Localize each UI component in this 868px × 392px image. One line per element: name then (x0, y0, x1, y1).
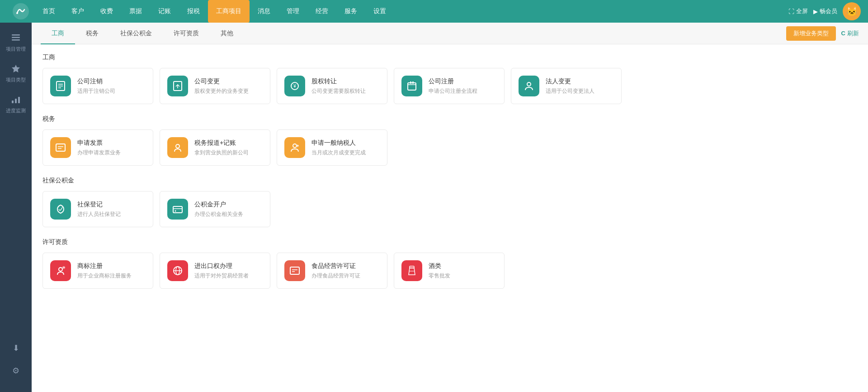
card-申请发票[interactable]: 申请发票 办理申请发票业务 (42, 129, 153, 166)
nav-item-记账[interactable]: 记账 (150, 0, 179, 23)
nav-item-首页[interactable]: 首页 (34, 0, 63, 23)
nav-item-消息[interactable]: 消息 (250, 0, 278, 23)
card-icon-申请发票 (50, 137, 71, 158)
tab-社保公积金[interactable]: 社保公积金 (109, 23, 163, 44)
card-进出口权办理[interactable]: 进出口权办理 适用于对外贸易经营者 (160, 253, 270, 289)
card-title: 法人变更 (546, 77, 594, 86)
svg-point-26 (293, 144, 297, 148)
sidebar-download-button[interactable]: ⬇ (0, 339, 32, 358)
card-公积金开户[interactable]: 公积金开户 办理公积金相关业务 (160, 191, 270, 227)
card-desc: 当月或次月成变更完成 (311, 149, 366, 157)
svg-rect-17 (408, 83, 416, 90)
nav-right-actions: ⛶ 全屏 ▶ 畅会员 🐱 (788, 2, 861, 20)
card-title: 社保登记 (77, 201, 121, 209)
svg-rect-19 (410, 81, 411, 84)
card-desc: 零售批发 (429, 272, 450, 280)
card-text-食品经营许可证: 食品经营许可证 办理食品经营许可证 (311, 262, 360, 280)
card-icon-股权转让: ¥ (284, 76, 305, 96)
card-icon-酒类 (401, 260, 422, 281)
fullscreen-icon: ⛶ (788, 8, 794, 15)
fullscreen-button[interactable]: ⛶ 全屏 (788, 7, 808, 15)
card-text-公司注册: 公司注册 申请公司注册全流程 (429, 77, 477, 95)
card-公司变更[interactable]: 公司变更 股权变更外的业务变更 (160, 68, 270, 104)
vip-button[interactable]: ▶ 畅会员 (813, 7, 837, 15)
sidebar-item-项目类型[interactable]: 项目类型 (0, 58, 32, 89)
svg-rect-8 (18, 97, 20, 103)
tab-许可资质[interactable]: 许可资质 (163, 23, 210, 44)
content-area: 工商税务社保公积金许可资质其他 新增业务类型 C 刷新 工商 公司注销 适用于注… (32, 23, 868, 392)
card-酒类[interactable]: 酒类 零售批发 (394, 253, 505, 289)
section-社保公积金: 社保公积金 社保登记 进行人员社保登记 公积金开户 办理公积金相关业务 (42, 177, 857, 227)
nav-item-管理[interactable]: 管理 (278, 0, 307, 23)
card-title: 公司变更 (194, 77, 249, 86)
card-icon-公积金开户 (167, 199, 188, 220)
svg-rect-29 (173, 206, 182, 213)
card-title: 公司注册 (429, 77, 477, 86)
vip-label: 畅会员 (820, 7, 837, 15)
tab-税务[interactable]: 税务 (75, 23, 109, 44)
card-法人变更[interactable]: 法人变更 适用于公司变更法人 (511, 68, 622, 104)
tab-工商[interactable]: 工商 (41, 23, 75, 44)
card-公司注册[interactable]: 公司注册 申请公司注册全流程 (394, 68, 505, 104)
section-税务: 税务 申请发票 办理申请发票业务 税务报道+记账 拿到营业执照的新公司 (42, 115, 857, 166)
nav-item-经营[interactable]: 经营 (307, 0, 336, 23)
refresh-button[interactable]: C 刷新 (841, 29, 859, 38)
card-title: 商标注册 (77, 262, 132, 270)
card-title: 酒类 (429, 262, 450, 270)
sidebar-label-项目类型: 项目类型 (6, 76, 26, 83)
card-title: 公积金开户 (194, 201, 243, 209)
nav-item-客户[interactable]: 客户 (63, 0, 92, 23)
sidebar-bottom: ⬇ ⚙ (0, 339, 32, 387)
card-text-进出口权办理: 进出口权办理 适用于对外贸易经营者 (194, 262, 249, 280)
card-text-社保登记: 社保登记 进行人员社保登记 (77, 201, 121, 218)
new-type-button[interactable]: 新增业务类型 (786, 26, 836, 41)
refresh-icon: C (841, 30, 845, 37)
sidebar-item-项目管理[interactable]: 项目管理 (0, 27, 32, 58)
svg-text:™: ™ (62, 267, 65, 269)
nav-item-服务[interactable]: 服务 (336, 0, 365, 23)
card-公司注销[interactable]: 公司注销 适用于注销公司 (42, 68, 153, 104)
svg-point-25 (176, 144, 179, 148)
card-icon-公司注册 (401, 76, 422, 96)
tab-其他[interactable]: 其他 (210, 23, 244, 44)
svg-marker-5 (12, 65, 20, 72)
svg-rect-3 (12, 37, 20, 38)
cards-row: ™ 商标注册 用于企业商标注册服务 进出口权办理 适用于对外贸易经营者 (42, 253, 857, 289)
sidebar-label-项目管理: 项目管理 (6, 46, 26, 53)
card-text-申请一般纳税人: 申请一般纳税人 当月或次月成变更完成 (311, 139, 366, 157)
vip-play-icon: ▶ (813, 8, 818, 15)
card-desc: 办理食品经营许可证 (311, 272, 360, 280)
tab-actions: 新增业务类型 C 刷新 (786, 26, 859, 41)
card-icon-公司变更 (167, 76, 188, 96)
card-股权转让[interactable]: ¥ 股权转让 公司变更需要股权转让 (277, 68, 387, 104)
card-icon-税务报道+记账 (167, 137, 188, 158)
card-税务报道+记账[interactable]: 税务报道+记账 拿到营业执照的新公司 (160, 129, 270, 166)
card-title: 股权转让 (311, 77, 366, 86)
content-scroll[interactable]: 工商 公司注销 适用于注销公司 公司变更 股权变更外的业务变更 ¥ (32, 44, 868, 392)
card-desc: 办理申请发票业务 (77, 149, 121, 157)
card-desc: 办理公积金相关业务 (194, 210, 243, 218)
card-icon-进出口权办理 (167, 260, 188, 281)
svg-rect-2 (12, 34, 20, 36)
card-desc: 申请公司注册全流程 (429, 87, 477, 95)
sidebar-settings-button[interactable]: ⚙ (0, 361, 32, 380)
tab-bar: 工商税务社保公积金许可资质其他 新增业务类型 C 刷新 (32, 23, 868, 44)
sidebar-items: 项目管理项目类型进度监测 (0, 27, 32, 120)
nav-item-工商项目[interactable]: 工商项目 (208, 0, 250, 23)
card-desc: 股权变更外的业务变更 (194, 87, 249, 95)
card-商标注册[interactable]: ™ 商标注册 用于企业商标注册服务 (42, 253, 153, 289)
card-text-公积金开户: 公积金开户 办理公积金相关业务 (194, 201, 243, 218)
card-title: 食品经营许可证 (311, 262, 360, 270)
nav-item-报税[interactable]: 报税 (179, 0, 208, 23)
main-layout: 项目管理项目类型进度监测 ⬇ ⚙ 工商税务社保公积金许可资质其他 新增业务类型 … (0, 23, 868, 392)
svg-point-32 (59, 268, 62, 271)
nav-item-票据[interactable]: 票据 (121, 0, 150, 23)
sidebar-item-进度监测[interactable]: 进度监测 (0, 89, 32, 120)
nav-item-收费[interactable]: 收费 (92, 0, 121, 23)
nav-item-设置[interactable]: 设置 (365, 0, 394, 23)
card-社保登记[interactable]: 社保登记 进行人员社保登记 (42, 191, 153, 227)
card-申请一般纳税人[interactable]: 申请一般纳税人 当月或次月成变更完成 (277, 129, 387, 166)
card-食品经营许可证[interactable]: 食品经营许可证 办理食品经营许可证 (277, 253, 387, 289)
top-navigation: 首页客户收费票据记账报税工商项目消息管理经营服务设置 ⛶ 全屏 ▶ 畅会员 🐱 (0, 0, 868, 23)
cards-row: 社保登记 进行人员社保登记 公积金开户 办理公积金相关业务 (42, 191, 857, 227)
